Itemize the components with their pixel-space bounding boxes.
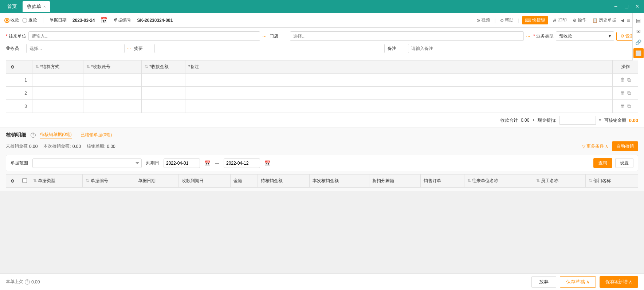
table-settings-icon[interactable]: ⚙ bbox=[11, 64, 15, 70]
row3-delete-icon[interactable]: 🗑 bbox=[620, 103, 625, 109]
discard-btn[interactable]: 放弃 bbox=[531, 276, 556, 288]
calendar-icon[interactable]: 📅 bbox=[101, 17, 108, 24]
print-label: 打印 bbox=[558, 17, 567, 23]
row1-note[interactable] bbox=[185, 74, 613, 87]
staff-more-icon[interactable]: ··· bbox=[127, 46, 131, 51]
bt-col-settings[interactable]: ⚙ bbox=[6, 175, 19, 188]
tab-current[interactable]: 收款单 × bbox=[23, 1, 50, 12]
sidebar-icon-4[interactable]: ⬜ bbox=[633, 48, 644, 58]
form-area: * 往来单位 ··· 门店 ··· * 业务类型 预收款 ▾ ⚙ 设置 bbox=[0, 28, 644, 60]
sort-icon-account: ⇅ bbox=[86, 64, 90, 69]
save-new-btn[interactable]: 保存&新增 ∧ bbox=[600, 276, 638, 288]
remark-label: 备注 bbox=[388, 46, 406, 52]
row2-note[interactable] bbox=[185, 87, 613, 100]
history-btn[interactable]: 📋 历史单据 bbox=[591, 16, 618, 24]
required-star-partner: * bbox=[6, 34, 8, 39]
col-amount-header: ⇅ *收款金额 bbox=[142, 60, 185, 74]
bt-select-all-checkbox[interactable] bbox=[22, 178, 27, 183]
tab-done[interactable]: 已核销单据(0笔) bbox=[80, 132, 112, 138]
row2-delete-icon[interactable]: 🗑 bbox=[620, 90, 625, 96]
tab-home[interactable]: 首页 bbox=[3, 1, 21, 12]
col-note-header: *备注 bbox=[185, 60, 613, 74]
date-to-calendar-icon[interactable]: 📅 bbox=[264, 160, 271, 166]
radio-refund-dot bbox=[22, 18, 27, 23]
bt-col-partner: ⇅ 往来单位名称 bbox=[464, 175, 533, 188]
save-new-label: 保存&新增 bbox=[605, 279, 628, 285]
writeoff-title: 核销明细 bbox=[6, 132, 26, 138]
close-btn[interactable]: × bbox=[633, 3, 641, 11]
bt-settings-icon[interactable]: ⚙ bbox=[11, 179, 15, 184]
toolbar-divider-1 bbox=[43, 17, 43, 23]
current-label: 本次核销金额: bbox=[43, 143, 71, 149]
range-select[interactable] bbox=[32, 158, 142, 168]
store-label: 门店 bbox=[270, 33, 288, 39]
writeoff-section: 核销明细 ? 待核销单据(0笔) 已核销单据(0笔) 未核销金额 0.00 本次… bbox=[0, 128, 644, 191]
row3-method[interactable] bbox=[32, 100, 83, 113]
right-sidebar: ▤ ✉ 🔗 ⬜ bbox=[632, 13, 644, 60]
row2-method[interactable] bbox=[32, 87, 83, 100]
partner-more-icon[interactable]: ··· bbox=[262, 33, 267, 39]
bill-label: 本单上欠 bbox=[6, 279, 23, 285]
print-btn[interactable]: 🖨 打印 bbox=[551, 16, 568, 24]
bt-col-current: 本次核销金额 bbox=[309, 175, 369, 188]
sidebar-icon-1[interactable]: ▤ bbox=[633, 15, 644, 26]
sort-icon-bt3: ⇅ bbox=[467, 178, 471, 183]
date-to-input[interactable] bbox=[224, 158, 260, 168]
store-input[interactable] bbox=[290, 31, 524, 41]
biz-type-select[interactable]: 预收款 ▾ bbox=[556, 31, 614, 41]
auto-writeoff-btn[interactable]: 自动核销 bbox=[612, 141, 638, 151]
more-filter-btn[interactable]: ▽ 更多条件 ∧ bbox=[582, 143, 608, 149]
col-settings-header[interactable]: ⚙ bbox=[6, 60, 19, 74]
sidebar-icon-2[interactable]: ✉ bbox=[633, 26, 644, 36]
maximize-btn[interactable]: □ bbox=[623, 3, 631, 11]
bill-info-icon[interactable]: ? bbox=[25, 279, 30, 285]
row2-account[interactable] bbox=[83, 87, 142, 100]
minimize-btn[interactable]: − bbox=[612, 3, 620, 11]
expand-icon[interactable]: ◀ bbox=[621, 18, 624, 23]
row3-amount[interactable] bbox=[142, 100, 185, 113]
bottom-table: ⚙ ⇅ 单据类型 ⇅ 单据编号 单据日期 收款到期日 金额 bbox=[6, 174, 638, 188]
shortcut-btn[interactable]: ⌨ 快捷键 bbox=[522, 16, 548, 24]
row2-amount[interactable] bbox=[142, 87, 185, 100]
net-label: 可核销金额 bbox=[604, 117, 626, 124]
total-label: 收款合计 bbox=[500, 117, 518, 124]
partner-input[interactable] bbox=[28, 31, 260, 41]
help-label: 帮助 bbox=[505, 17, 514, 23]
row1-method[interactable] bbox=[32, 74, 83, 87]
row1-account[interactable] bbox=[83, 74, 142, 87]
discount-input[interactable] bbox=[559, 116, 596, 125]
remark-input[interactable] bbox=[408, 44, 638, 53]
row2-copy-icon[interactable]: ⧉ bbox=[627, 90, 631, 96]
bottom-table-header: ⚙ ⇅ 单据类型 ⇅ 单据编号 单据日期 收款到期日 金额 bbox=[6, 175, 638, 188]
bill-no-value: SK-20230324-001 bbox=[137, 18, 173, 23]
summary-label: 摘要 bbox=[134, 46, 152, 52]
query-btn[interactable]: 查询 bbox=[593, 158, 612, 168]
row1-copy-icon[interactable]: ⧉ bbox=[627, 77, 631, 83]
list-icon[interactable]: ≡ bbox=[627, 17, 630, 24]
tab-close-icon[interactable]: × bbox=[43, 4, 46, 9]
filter-settings-btn[interactable]: 设置 bbox=[615, 158, 633, 168]
save-draft-btn[interactable]: 保存草稿 ∧ bbox=[560, 276, 596, 288]
staff-input[interactable] bbox=[26, 44, 125, 53]
save-new-chevron: ∧ bbox=[629, 279, 632, 285]
row1-delete-icon[interactable]: 🗑 bbox=[620, 77, 625, 83]
writeoff-info-icon[interactable]: ? bbox=[31, 133, 36, 138]
row3-account[interactable] bbox=[83, 100, 142, 113]
row3-copy-icon[interactable]: ⧉ bbox=[627, 103, 631, 109]
bill-no-label: 单据编号 bbox=[114, 17, 131, 23]
form-row-1: * 往来单位 ··· 门店 ··· * 业务类型 预收款 ▾ ⚙ 设置 bbox=[6, 31, 638, 41]
radio-refund[interactable]: 退款 bbox=[22, 17, 37, 23]
video-btn[interactable]: ⊙ 视频 bbox=[475, 16, 491, 24]
row1-amount[interactable] bbox=[142, 74, 185, 87]
summary-input[interactable] bbox=[154, 44, 385, 53]
sidebar-icon-3[interactable]: 🔗 bbox=[633, 37, 644, 47]
operation-btn[interactable]: ⚙ 操作 bbox=[571, 16, 588, 24]
row3-note[interactable] bbox=[185, 100, 613, 113]
date-from-input[interactable] bbox=[164, 158, 200, 168]
bt-col-pending: 待核销金额 bbox=[258, 175, 310, 188]
help-btn[interactable]: ⊙ 帮助 bbox=[499, 16, 515, 24]
tab-pending[interactable]: 待核销单据(0笔) bbox=[40, 132, 72, 138]
store-more-icon[interactable]: ··· bbox=[526, 33, 530, 39]
radio-receipt[interactable]: 收款 bbox=[4, 17, 19, 23]
date-from-calendar-icon[interactable]: 📅 bbox=[204, 160, 211, 166]
